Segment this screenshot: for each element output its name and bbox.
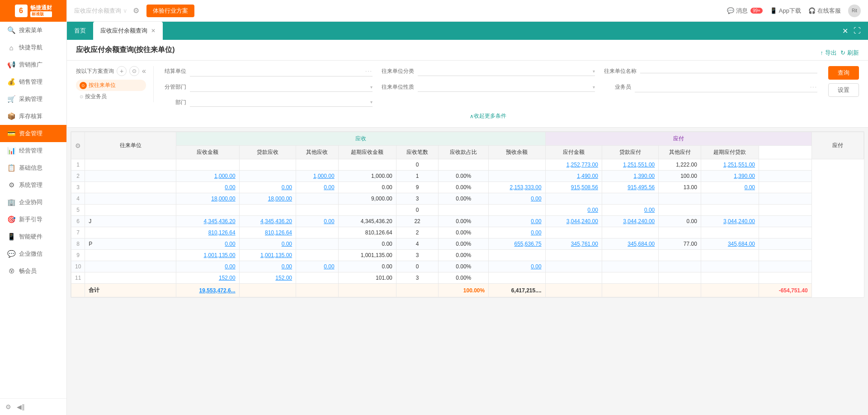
filter-area: 按以下方案查询 + ⊙ « ⊙ 按往来单位 ⊙ 按业务员 xyxy=(67,61,868,128)
sidebar-item-quicknav[interactable]: ⌂ 快捷导航 xyxy=(0,39,66,56)
app-download-btn[interactable]: 📱 App下载 xyxy=(770,7,801,15)
table-cell[interactable]: 0.00 xyxy=(602,205,658,216)
sidebar-item-sales[interactable]: 💰 销售管理 xyxy=(0,73,66,91)
table-cell[interactable]: 0.00 xyxy=(545,205,602,216)
table-cell[interactable]: 152.00 xyxy=(176,272,239,284)
table-cell[interactable]: 345,761.00 xyxy=(545,239,602,250)
sidebar-item-newbie[interactable]: 🎯 新手引导 xyxy=(0,211,66,228)
online-service-btn[interactable]: 🎧 在线客服 xyxy=(808,7,841,15)
table-cell[interactable]: 655,636.75 xyxy=(489,239,545,250)
table-cell xyxy=(759,193,812,205)
table-cell[interactable]: 0.00 xyxy=(176,239,239,250)
sidebar-item-system[interactable]: ⚙ 系统管理 xyxy=(0,176,66,194)
table-cell[interactable]: 152.00 xyxy=(239,272,296,284)
sidebar-item-label: 销售管理 xyxy=(19,78,42,86)
table-cell[interactable]: 3,044,240.00 xyxy=(545,216,602,227)
sidebar-settings-btn[interactable]: ⚙ xyxy=(5,403,11,410)
table-cell[interactable]: 345,684.00 xyxy=(602,239,658,250)
table-cell[interactable]: 18,000.00 xyxy=(239,193,296,205)
sidebar-item-purchase[interactable]: 🛒 采购管理 xyxy=(0,91,66,108)
trial-btn[interactable]: 体验行业方案 xyxy=(146,5,194,17)
tab-close-window-icon[interactable]: ✕ xyxy=(842,27,848,35)
sidebar-item-member[interactable]: Ⓥ 畅会员 xyxy=(0,262,66,280)
table-cell[interactable]: 2,153,333.00 xyxy=(489,182,545,193)
tab-expand-icon[interactable]: ⛶ xyxy=(854,27,861,35)
table-cell[interactable]: 915,508.56 xyxy=(545,182,602,193)
table-settings-icon[interactable]: ⚙ xyxy=(75,142,81,149)
table-cell[interactable]: 1,001,135.00 xyxy=(239,250,296,261)
message-btn[interactable]: 💬 消息 99+ xyxy=(727,7,763,15)
table-cell[interactable]: 1,390.00 xyxy=(701,171,759,182)
table-cell[interactable]: 0.00 xyxy=(701,182,759,193)
settings-btn[interactable]: 设置 xyxy=(828,83,859,97)
table-cell[interactable]: 1,251,551.00 xyxy=(701,159,759,171)
refresh-icon: ↻ xyxy=(840,49,845,56)
sidebar-item-hardware[interactable]: 📱 智能硬件 xyxy=(0,228,66,245)
sidebar-item-operations[interactable]: 📊 经营管理 xyxy=(0,142,66,159)
scheme-settings-icon[interactable]: ⊙ xyxy=(129,66,139,76)
table-cell[interactable]: 810,126.64 xyxy=(239,227,296,239)
table-cell xyxy=(239,159,296,171)
table-cell[interactable]: 810,126.64 xyxy=(176,227,239,239)
sidebar-item-search[interactable]: 🔍 搜索菜单 xyxy=(0,22,66,39)
scheme-by-unit[interactable]: ⊙ 按往来单位 xyxy=(76,80,146,91)
table-cell[interactable]: 0.00 xyxy=(489,216,545,227)
refresh-btn[interactable]: ↻ 刷新 xyxy=(840,49,859,57)
gear-icon[interactable]: ⚙ xyxy=(133,6,139,15)
sidebar-item-finance[interactable]: 💳 资金管理 xyxy=(0,125,66,142)
sidebar-item-inventory[interactable]: 📦 库存核算 xyxy=(0,108,66,125)
settings-col-header[interactable]: ⚙ xyxy=(71,132,85,159)
salesperson-dots: ··· xyxy=(810,84,817,90)
add-scheme-btn[interactable]: + xyxy=(117,66,127,76)
sidebar-item-base[interactable]: 📋 基础信息 xyxy=(0,159,66,176)
export-btn[interactable]: ↑ 导出 xyxy=(821,49,837,57)
table-cell[interactable]: 1,000.00 xyxy=(176,171,239,182)
collapse-btn[interactable]: ∧ 收起更多条件 xyxy=(159,110,817,122)
table-cell[interactable]: 0.00 xyxy=(239,239,296,250)
table-cell[interactable]: 1,000.00 xyxy=(296,171,339,182)
table-cell[interactable]: 0.00 xyxy=(176,261,239,272)
sidebar-item-marketing[interactable]: 📢 营销推广 xyxy=(0,56,66,73)
sidebar-item-wechat[interactable]: 💬 企业微信 xyxy=(0,245,66,262)
table-cell[interactable]: 345,684.00 xyxy=(701,239,759,250)
table-cell[interactable]: 0.00 xyxy=(176,182,239,193)
base-icon: 📋 xyxy=(7,164,15,172)
table-cell[interactable]: 0.00 xyxy=(489,227,545,239)
table-cell[interactable]: 0.00 xyxy=(296,182,339,193)
table-cell[interactable]: 0.00 xyxy=(296,216,339,227)
tab-query[interactable]: 应收应付余额查询 ✕ xyxy=(93,22,163,40)
table-cell[interactable]: 1,001,135.00 xyxy=(176,250,239,261)
sidebar-item-corp[interactable]: 🏢 企业协同 xyxy=(0,194,66,211)
sidebar-collapse-btn[interactable]: ◀‖ xyxy=(17,403,25,410)
footer-ar-amount[interactable]: 19,553,472,6... xyxy=(176,284,239,297)
table-cell xyxy=(602,227,658,239)
filter-expand-icon[interactable]: « xyxy=(142,67,146,75)
table-cell[interactable]: 4,345,436.20 xyxy=(176,216,239,227)
table-cell[interactable]: 0.00 xyxy=(239,261,296,272)
partner-name-input[interactable] xyxy=(640,69,817,73)
table-cell[interactable]: 1,252,773.00 xyxy=(545,159,602,171)
dept-input[interactable]: ▾ xyxy=(190,98,373,107)
partner-category-input[interactable]: ▾ xyxy=(418,67,595,76)
dept-supervisor-input[interactable]: ▾ xyxy=(190,83,373,92)
table-cell[interactable]: 0.00 xyxy=(489,193,545,205)
table-cell[interactable]: 4,345,436.20 xyxy=(239,216,296,227)
settlement-unit-input[interactable]: ··· xyxy=(190,66,373,76)
table-cell[interactable]: 1,390.00 xyxy=(602,171,658,182)
table-cell[interactable]: 915,495.56 xyxy=(602,182,658,193)
scheme-by-staff[interactable]: ⊙ 按业务员 xyxy=(76,91,146,102)
table-cell[interactable]: 1,490.00 xyxy=(545,171,602,182)
query-btn[interactable]: 查询 xyxy=(828,66,859,80)
table-cell[interactable]: 3,044,240.00 xyxy=(602,216,658,227)
partner-nature-input[interactable]: ▾ xyxy=(418,83,595,92)
table-cell[interactable]: 1,251,551.00 xyxy=(602,159,658,171)
salesperson-input[interactable]: ··· xyxy=(635,82,817,92)
table-cell[interactable]: 0.00 xyxy=(489,261,545,272)
table-cell[interactable]: 0.00 xyxy=(296,261,339,272)
table-cell[interactable]: 3,044,240.00 xyxy=(701,216,759,227)
tab-home[interactable]: 首页 xyxy=(67,22,93,40)
table-cell[interactable]: 0.00 xyxy=(239,182,296,193)
table-cell[interactable]: 18,000.00 xyxy=(176,193,239,205)
user-avatar[interactable]: Rit xyxy=(848,5,861,17)
tab-close-icon[interactable]: ✕ xyxy=(151,28,156,34)
